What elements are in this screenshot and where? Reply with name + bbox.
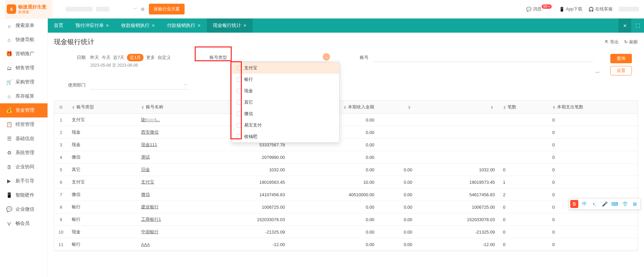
account-type-dropdown[interactable]: 支付宝银行现金其它微信易宝支付收钱吧长沙银行 <box>232 62 340 143</box>
date-option-今天[interactable]: 今天 <box>102 55 110 61</box>
account-link[interactable]: 旧金 <box>141 167 150 172</box>
checkbox-icon[interactable] <box>237 134 242 139</box>
account-link[interactable]: 建设银行 <box>141 204 159 209</box>
sidebar-item-新手引导[interactable]: ▶新手引导 <box>0 174 47 188</box>
close-icon[interactable]: ✕ <box>243 23 247 28</box>
ime-skin-icon[interactable]: 👕 <box>621 200 629 208</box>
account-link[interactable]: AAA <box>141 242 150 247</box>
account-link[interactable]: 现金111 <box>141 142 157 147</box>
collapse-icon[interactable]: ︿ <box>323 53 330 61</box>
sidebar-item-系统管理[interactable]: ⚙系统管理 <box>0 146 47 160</box>
sort-icon[interactable]: ▲▼ <box>408 105 411 109</box>
sidebar-item-营销推广[interactable]: 🎁营销推广 <box>0 47 47 61</box>
refresh-button[interactable]: ↻ 刷新 <box>624 39 638 45</box>
checkbox-icon[interactable] <box>237 111 242 116</box>
col-header[interactable]: ▲▼账号类型 <box>68 101 137 114</box>
ime-keyboard-icon[interactable]: ⌨ <box>611 200 619 208</box>
ime-logo-icon[interactable]: S <box>570 200 578 208</box>
sort-icon[interactable]: ▲▼ <box>490 105 493 109</box>
sidebar-item-智能硬件[interactable]: 📱智能硬件 <box>0 188 47 202</box>
account-link[interactable]: 工商银行1 <box>141 217 161 222</box>
online-service-button[interactable]: 🎧 在线客服 <box>588 6 613 12</box>
dept-input[interactable] <box>90 81 188 90</box>
chevron-down-icon[interactable]: ﹀ <box>133 6 137 12</box>
sidebar-item-企业协同[interactable]: 🗓企业协同 <box>0 160 47 174</box>
date-option-昨天[interactable]: 昨天 <box>90 55 99 61</box>
account-link[interactable]: 微信 <box>141 192 150 197</box>
sort-icon[interactable]: ▲▼ <box>72 105 75 109</box>
sidebar-item-企业微信[interactable]: 💬企业微信 <box>0 202 47 216</box>
sidebar-label: 库存核算 <box>15 93 34 99</box>
row-index: 7 <box>54 188 68 201</box>
dropdown-item-长沙银行[interactable]: 长沙银行 <box>232 142 339 143</box>
sort-icon[interactable]: ▲▼ <box>552 105 556 109</box>
account-input[interactable] <box>373 54 593 62</box>
sidebar-item-采购管理[interactable]: 🛒采购管理 <box>0 75 47 89</box>
dropdown-item-其它[interactable]: 其它 <box>232 97 339 108</box>
account-link[interactable]: 西安微信 <box>141 130 159 135</box>
org-selector[interactable]: ﹀ <box>66 6 137 12</box>
sidebar-item-基础信息[interactable]: ☰基础信息 <box>0 132 47 146</box>
account-link[interactable]: 陡(○○○)... <box>141 117 160 122</box>
sort-icon[interactable]: ▲▼ <box>503 105 506 109</box>
query-button[interactable]: 查询 <box>610 54 632 63</box>
gear-icon[interactable]: ⚙ <box>59 105 63 110</box>
dropdown-item-易宝支付[interactable]: 易宝支付 <box>232 119 339 131</box>
col-header[interactable]: ▲▼账号名称 <box>137 101 206 114</box>
tab-预付冲应付单[interactable]: 预付冲应付单✕ <box>69 19 115 33</box>
sidebar-item-销售管理[interactable]: 🗂销售管理 <box>0 61 47 75</box>
dropdown-item-微信[interactable]: 微信 <box>232 108 339 119</box>
setting-button[interactable]: 设置 <box>610 66 632 75</box>
close-icon[interactable]: ✕ <box>197 23 201 28</box>
sort-icon[interactable]: ▲▼ <box>141 105 144 109</box>
sidebar-item-经营管理[interactable]: 📋经营管理 <box>0 117 47 132</box>
sidebar-item-畅会员[interactable]: V畅会员 <box>0 216 47 231</box>
close-icon[interactable]: ✕ <box>106 23 109 28</box>
messages-button[interactable]: 💬 消息 99 + <box>526 6 553 12</box>
tab-现金银行统计[interactable]: 现金银行统计✕ <box>207 19 253 33</box>
account-link[interactable]: 支付宝 <box>141 179 154 184</box>
ime-mic-icon[interactable]: 🎤 <box>601 200 609 208</box>
close-icon[interactable]: ✕ <box>152 23 155 28</box>
checkbox-icon[interactable] <box>237 89 242 93</box>
dropdown-item-现金[interactable]: 现金 <box>232 85 339 97</box>
try-plan-button[interactable]: 体验行业方案 <box>149 4 185 14</box>
dropdown-item-支付宝[interactable]: 支付宝 <box>232 62 339 74</box>
export-button[interactable]: ⇱ 导出 <box>605 39 619 45</box>
checkbox-icon[interactable] <box>237 100 242 105</box>
checkbox-icon[interactable] <box>237 77 242 82</box>
date-option-更多[interactable]: 更多 <box>146 55 155 61</box>
date-option-近7天[interactable]: 近7天 <box>113 55 124 61</box>
sidebar-item-快捷导航[interactable]: ⌂快捷导航 <box>0 33 47 47</box>
user-area[interactable] <box>619 7 639 11</box>
col-header[interactable]: ▲▼ <box>416 101 499 114</box>
account-link[interactable]: 测试 <box>141 154 150 160</box>
checkbox-icon[interactable] <box>237 123 242 128</box>
more-dots-icon[interactable]: ⋯ <box>595 70 600 75</box>
tab-付款核销执行[interactable]: 付款核销执行✕ <box>161 19 207 33</box>
sidebar-item-库存核算[interactable]: ⌂库存核算 <box>0 89 47 103</box>
date-option-近1月[interactable]: 近1月 <box>127 54 143 61</box>
sidebar-item-搜索菜单[interactable]: ⌕搜索菜单 <box>0 19 47 33</box>
chevron-down-icon[interactable]: ﹀ <box>184 82 188 88</box>
dropdown-item-银行[interactable]: 银行 <box>232 74 339 85</box>
col-header[interactable]: ▲▼ <box>378 101 416 114</box>
ime-lang-icon[interactable]: 中 <box>580 200 588 208</box>
col-header[interactable]: ▲▼笔数 <box>499 101 548 114</box>
app-download-button[interactable]: 📱 App下载 <box>559 6 582 12</box>
ime-punct-icon[interactable]: •, <box>590 200 599 208</box>
sort-icon[interactable]: ▲▼ <box>343 105 347 109</box>
gear-icon[interactable]: ⚙ <box>141 7 145 12</box>
tab-收款核销执行[interactable]: 收款核销执行✕ <box>115 19 161 33</box>
tab-首页[interactable]: 首页 <box>48 19 69 33</box>
checkbox-icon[interactable] <box>237 66 242 70</box>
account-type-input[interactable] <box>232 54 329 62</box>
sidebar-item-资金管理[interactable]: 💰资金管理 <box>0 103 47 117</box>
close-tab-button[interactable]: ✕ <box>618 19 631 33</box>
ime-grid-icon[interactable]: ⊞ <box>631 200 639 208</box>
col-header[interactable]: ▲▼本期支出笔数 <box>548 101 638 114</box>
dropdown-item-收钱吧[interactable]: 收钱吧 <box>232 131 339 142</box>
expand-button[interactable]: ⛶ <box>631 19 644 33</box>
date-option-自定义[interactable]: 自定义 <box>158 55 171 61</box>
account-link[interactable]: 中国银行 <box>141 229 159 234</box>
